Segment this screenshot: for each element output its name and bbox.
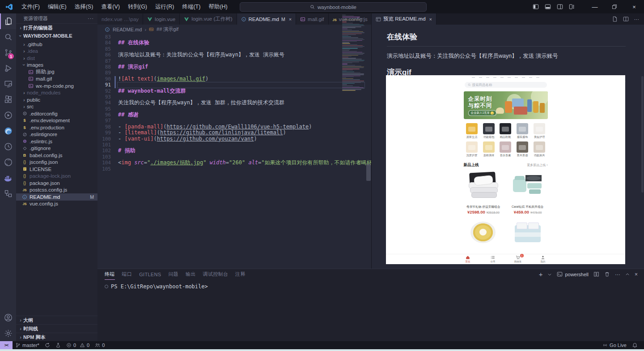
tree-item-wx-mp-code.png[interactable]: wx-mp-code.png [16, 82, 97, 90]
panel-tab-端口[interactable]: 端口 [122, 269, 132, 280]
editor-tab-login.vue[interactable]: login.vue [143, 13, 180, 25]
toggle-sidebar-icon[interactable] [533, 4, 539, 10]
editor-tab-README.md[interactable]: README.mdM× [237, 13, 297, 25]
menu-item[interactable]: 查看(V) [97, 0, 124, 13]
more-actions-icon[interactable]: ··· [634, 17, 640, 22]
code-line[interactable]: 93 [97, 94, 371, 100]
edge-browser-icon[interactable] [0, 123, 16, 139]
live-preview-icon[interactable] [0, 107, 16, 123]
code-line[interactable]: 101 [97, 142, 371, 148]
open-source-file-icon[interactable] [612, 16, 618, 22]
code-line[interactable]: 85 [97, 46, 371, 52]
tree-item-babel.config.js[interactable]: Bbabel.config.js [16, 152, 97, 159]
gitlens-item[interactable] [53, 341, 64, 349]
tree-item-.github[interactable]: ›.github [16, 41, 97, 48]
code-line[interactable]: 86演示地址以及账号：关注我的公众号【程序员wayn】，发送 演示账号 [97, 52, 371, 58]
tree-item-package.json[interactable]: {}package.json [16, 180, 97, 187]
problems-item[interactable]: 0 0 [64, 341, 92, 349]
live-share-item[interactable]: 0 [92, 341, 107, 349]
tree-item-dist[interactable]: ›dist [16, 55, 97, 62]
code-line[interactable]: 83 [97, 34, 371, 40]
panel-tab-调试控制台[interactable]: 调试控制台 [203, 269, 229, 280]
tree-item-public[interactable]: ›public [16, 96, 97, 103]
editor-tab-mall.gif[interactable]: mall.gif [296, 13, 328, 25]
customize-layout-icon[interactable] [569, 4, 575, 10]
code-line[interactable]: 90![Alt text](images/mall.gif) [97, 76, 371, 82]
code-line[interactable]: 89 [97, 70, 371, 76]
editor-tab-login.vue (工作树)[interactable]: login.vue (工作树) [180, 13, 237, 25]
sidebar-section-大纲[interactable]: ›大纲 [16, 316, 97, 324]
terminal-instance[interactable]: powershell [557, 271, 589, 277]
panel-tab-输出[interactable]: 输出 [186, 269, 196, 280]
remote-indicator[interactable]: >< [0, 341, 13, 349]
close-preview-tab-icon[interactable]: × [429, 17, 432, 22]
tree-item-LICENSE[interactable]: LICENSE [16, 166, 97, 173]
tree-item-.jpg[interactable]: 捐助.jpg [16, 68, 97, 76]
remote-explorer-icon[interactable] [0, 76, 16, 92]
code-line[interactable]: 88## 演示gif [97, 64, 371, 70]
code-line[interactable]: 98- [panda-mall](https://github.com/Ewal… [97, 124, 371, 130]
run-debug-icon[interactable] [0, 60, 16, 76]
explorer-icon[interactable] [0, 13, 16, 29]
extensions-icon[interactable] [0, 92, 16, 107]
sidebar-section-时间线[interactable]: ›时间线 [16, 324, 97, 333]
tree-item-nodemodules[interactable]: ›node_modules [16, 90, 97, 97]
tree-item-.editorconfig[interactable]: .editorconfig [16, 110, 97, 117]
account-icon[interactable] [0, 310, 16, 325]
project-root-section[interactable]: ›WAYNBOOT-MOBILE [16, 32, 97, 40]
panel-tab-终端[interactable]: 终端 [105, 269, 115, 280]
menu-item[interactable]: 选择(S) [71, 0, 97, 13]
kill-terminal-icon[interactable] [604, 271, 610, 277]
code-line[interactable]: 99- [litemall](https://github.com/linlin… [97, 130, 371, 136]
search-icon[interactable] [0, 29, 16, 45]
tree-item-images[interactable]: ›images [16, 62, 97, 69]
source-control-icon[interactable]: 1 [0, 45, 16, 60]
explorer-more-actions-icon[interactable]: ··· [88, 16, 94, 21]
code-line[interactable]: 95 [97, 106, 371, 112]
close-panel-icon[interactable]: × [635, 271, 638, 278]
tree-item-.env.production[interactable]: $.env.production [16, 124, 97, 131]
menu-item[interactable]: 文件(F) [17, 0, 44, 13]
panel-tab-GITLENS[interactable]: GITLENS [139, 269, 161, 280]
minimize-button[interactable]: — [585, 0, 605, 13]
panel-tab-注释[interactable]: 注释 [235, 269, 246, 280]
history-icon[interactable] [0, 139, 16, 154]
terminal-dropdown-icon[interactable] [547, 272, 552, 277]
menu-item[interactable]: 帮助(H) [204, 0, 231, 13]
toggle-secondary-sidebar-icon[interactable] [557, 4, 563, 10]
tree-item-postcss.config.js[interactable]: JSpostcss.config.js [16, 187, 97, 194]
github-icon[interactable] [0, 154, 16, 170]
project-manager-icon[interactable] [0, 186, 16, 201]
tree-item-.env.development[interactable]: $.env.development [16, 117, 97, 124]
docker-icon[interactable] [0, 170, 16, 186]
minimap[interactable] [342, 15, 365, 86]
tree-item-.idea[interactable]: ›.idea [16, 48, 97, 55]
new-terminal-icon[interactable]: + [539, 270, 543, 278]
code-line[interactable]: 103 [97, 154, 371, 160]
sync-changes-item[interactable] [42, 341, 53, 349]
split-terminal-icon[interactable] [593, 271, 599, 277]
menu-item[interactable]: 转到(G) [124, 0, 151, 13]
settings-gear-icon[interactable] [0, 325, 16, 341]
preview-scrollbar[interactable] [641, 76, 644, 193]
close-window-button[interactable]: × [624, 0, 644, 13]
breadcrumb-item-file[interactable]: README.md [113, 27, 142, 32]
open-editors-section[interactable]: ›打开的编辑器 [16, 23, 97, 32]
tree-item-mall.gif[interactable]: mall.gif [16, 76, 97, 83]
split-editor-icon[interactable] [623, 16, 629, 22]
sidebar-section-NPM 脚本[interactable]: ›NPM 脚本 [16, 333, 97, 341]
go-live-item[interactable]: Go Live [600, 341, 629, 349]
code-line[interactable]: 92## waynboot-mall交流群 [97, 88, 371, 94]
notifications-bell-icon[interactable] [629, 341, 640, 349]
menu-item[interactable]: 终端(T) [178, 0, 204, 13]
menu-item[interactable]: 运行(R) [151, 0, 178, 13]
code-line[interactable]: 100- [vant-ui](https://github.com/youzan… [97, 136, 371, 142]
code-line[interactable]: 91 [97, 82, 371, 88]
command-search-box[interactable]: waynboot-mobile [240, 2, 427, 12]
code-line[interactable]: 87 [97, 58, 371, 64]
preview-tab[interactable]: 预览 README.md × [372, 13, 436, 25]
breadcrumb-item-symbol[interactable]: ## 演示gif [157, 26, 178, 33]
editor-scrollbar[interactable] [366, 164, 371, 181]
restore-button[interactable] [605, 0, 624, 13]
git-branch-item[interactable]: master* [13, 341, 42, 349]
